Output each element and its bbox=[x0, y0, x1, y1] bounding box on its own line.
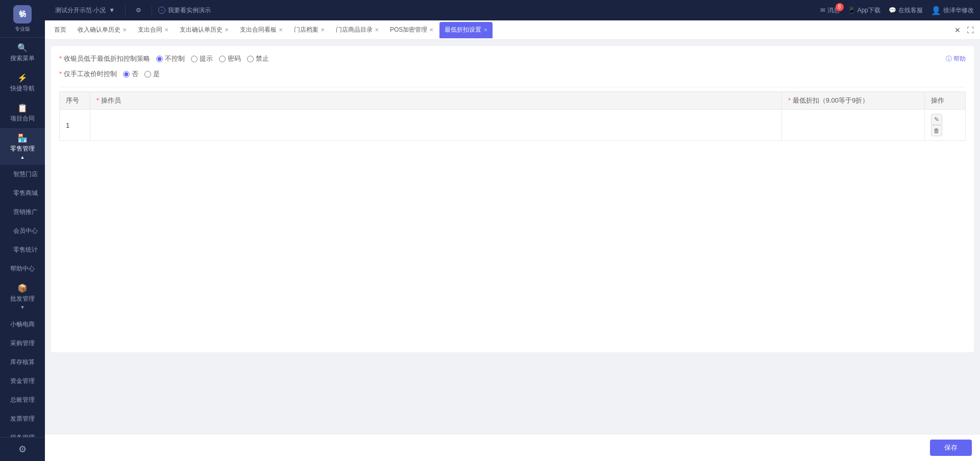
tab-close-icon[interactable]: ✕ bbox=[164, 27, 168, 33]
tab-close-icon[interactable]: ✕ bbox=[321, 27, 325, 33]
table-cell-operator bbox=[90, 110, 782, 141]
tab-min-discount[interactable]: 最低折扣设置 ✕ bbox=[439, 22, 493, 38]
online-service-icon: 💬 bbox=[889, 7, 896, 14]
sidebar-item-marketing[interactable]: 营销推广 bbox=[0, 203, 45, 222]
manual-price-no[interactable]: 否 bbox=[123, 69, 138, 79]
sidebar-item-account-mgmt[interactable]: 总账管理 bbox=[0, 391, 45, 409]
manual-price-yes-label: 是 bbox=[153, 69, 160, 79]
sidebar-item-label: 零售统计 bbox=[13, 246, 38, 254]
settings-button[interactable]: ⚙ bbox=[132, 5, 145, 16]
section-divider bbox=[59, 87, 966, 87]
tab-close-icon[interactable]: ✕ bbox=[225, 27, 229, 33]
strategy-forbid-radio[interactable] bbox=[247, 56, 254, 62]
sidebar-item-help-center[interactable]: 帮助中心 bbox=[0, 259, 45, 278]
sidebar-item-quick-nav[interactable]: ⚡ 快捷导航 bbox=[0, 68, 45, 98]
tab-income-confirm[interactable]: 收入确认单历史 ✕ bbox=[72, 22, 132, 38]
sidebar-item-label: 会员中心 bbox=[13, 227, 38, 235]
strategy-no-control-radio[interactable] bbox=[156, 56, 163, 62]
strategy-no-control[interactable]: 不控制 bbox=[156, 54, 185, 63]
strategy-password[interactable]: 密码 bbox=[219, 54, 241, 63]
logo-text: 专业版 bbox=[15, 26, 30, 32]
manual-price-yes[interactable]: 是 bbox=[144, 69, 160, 79]
sidebar-item-retail-stats[interactable]: 零售统计 bbox=[0, 240, 45, 259]
form-section: 收银员低于最低折扣控制策略 不控制 提示 密码 bbox=[59, 54, 966, 79]
row-delete-button[interactable]: 🗑 bbox=[931, 125, 942, 136]
tab-payment-confirm[interactable]: 支出确认单历史 ✕ bbox=[175, 22, 234, 38]
sidebar-item-inventory[interactable]: 库存核算 bbox=[0, 353, 45, 372]
save-button[interactable]: 保存 bbox=[930, 440, 972, 456]
sidebar-item-label: 零售管理 bbox=[10, 144, 35, 153]
sidebar-item-label: 批发管理 bbox=[10, 295, 35, 303]
sidebar-item-label: 快捷导航 bbox=[10, 84, 35, 93]
strategy-prompt-label: 提示 bbox=[200, 54, 213, 63]
app-download-icon: 📱 bbox=[848, 7, 855, 14]
tab-close-icon[interactable]: ✕ bbox=[279, 27, 283, 33]
sidebar-item-retail-mgmt[interactable]: 🏪 零售管理 ▲ bbox=[0, 128, 45, 165]
expand-icon: ▼ bbox=[20, 305, 25, 310]
tab-label: 收入确认单历史 bbox=[78, 26, 120, 34]
sidebar-item-search-menu[interactable]: 🔍 搜索菜单 bbox=[0, 38, 45, 68]
topbar: 测试分开示范·小况 ▼ ⚙ ○ 我要看实例演示 ✉ 消息 8 📱 App下载 bbox=[45, 0, 980, 20]
help-link[interactable]: ⓘ 帮助 bbox=[946, 55, 966, 63]
col-seq-header: 序号 bbox=[60, 92, 90, 110]
tab-close-icon[interactable]: ✕ bbox=[429, 27, 433, 33]
tab-label: 支出合同 bbox=[138, 26, 162, 34]
strategy-no-control-label: 不控制 bbox=[165, 54, 185, 63]
strategy-row: 收银员低于最低折扣控制策略 不控制 提示 密码 bbox=[59, 54, 966, 63]
tab-home[interactable]: 首页 bbox=[49, 22, 71, 38]
strategy-forbid[interactable]: 禁止 bbox=[247, 54, 269, 63]
project-name: 测试分开示范·小况 bbox=[55, 6, 106, 15]
tab-pos-password[interactable]: POS加密管理 ✕ bbox=[385, 22, 438, 38]
sidebar-item-label: 营销推广 bbox=[13, 208, 38, 216]
strategy-prompt[interactable]: 提示 bbox=[191, 54, 213, 63]
demo-button[interactable]: ○ 我要看实例演示 bbox=[158, 6, 211, 15]
tab-close-icon[interactable]: ✕ bbox=[375, 27, 379, 33]
strategy-forbid-label: 禁止 bbox=[256, 54, 269, 63]
manual-price-row: 仅手工改价时控制 否 是 bbox=[59, 69, 966, 79]
manual-price-yes-radio[interactable] bbox=[144, 71, 151, 78]
tab-label: 门店档案 bbox=[294, 26, 318, 34]
tab-store-archive[interactable]: 门店档案 ✕ bbox=[289, 22, 330, 38]
col-operator-header: * 操作员 bbox=[90, 92, 782, 110]
settings-icon[interactable]: ⚙ bbox=[18, 444, 27, 455]
sidebar-item-purchase-mgmt[interactable]: 采购管理 bbox=[0, 334, 45, 353]
app-download-button[interactable]: 📱 App下载 bbox=[848, 6, 880, 15]
tab-payment-contract[interactable]: 支出合同 ✕ bbox=[133, 22, 174, 38]
tab-label: 支出确认单历史 bbox=[180, 26, 223, 34]
tab-label: 门店商品目录 bbox=[336, 26, 373, 34]
sidebar-item-wholesale-mgmt[interactable]: 📦 批发管理 ▼ bbox=[0, 278, 45, 315]
strategy-password-label: 密码 bbox=[228, 54, 241, 63]
manual-price-no-radio[interactable] bbox=[123, 71, 130, 78]
tab-close-all-button[interactable]: ✕ bbox=[952, 26, 963, 34]
user-profile[interactable]: 👤 徐泽华修改 bbox=[931, 6, 974, 15]
sidebar-item-retail-mall[interactable]: 零售商城 bbox=[0, 184, 45, 203]
strategy-prompt-radio[interactable] bbox=[191, 56, 198, 62]
sidebar-item-smart-store[interactable]: 智慧门店 bbox=[0, 165, 45, 184]
sidebar-item-ecommerce[interactable]: 小畅电商 bbox=[0, 315, 45, 334]
tab-close-icon[interactable]: ✕ bbox=[122, 27, 127, 33]
sidebar-item-label: 搜索菜单 bbox=[10, 54, 35, 63]
tab-payment-board[interactable]: 支出合同看板 ✕ bbox=[235, 22, 288, 38]
sidebar-item-invoice-mgmt[interactable]: 发票管理 bbox=[0, 409, 45, 428]
tab-close-icon[interactable]: ✕ bbox=[483, 27, 487, 33]
table-row: 1 ✎ 🗑 bbox=[60, 110, 966, 141]
help-circle-icon: ⓘ bbox=[946, 55, 952, 63]
sidebar-item-tax-mgmt[interactable]: 税务管理 bbox=[0, 428, 45, 437]
project-selector[interactable]: 测试分开示范·小况 ▼ bbox=[51, 4, 119, 17]
tab-label: 首页 bbox=[54, 26, 66, 34]
sidebar-item-member-center[interactable]: 会员中心 bbox=[0, 222, 45, 240]
app-download-label: App下载 bbox=[857, 6, 880, 15]
sidebar-item-fund-mgmt[interactable]: 资金管理 bbox=[0, 372, 45, 391]
message-button[interactable]: ✉ 消息 8 bbox=[820, 6, 840, 15]
tabs-end-controls: ✕ ⛶ bbox=[952, 26, 976, 34]
footer-bar: 保存 bbox=[45, 434, 980, 461]
message-badge: 8 bbox=[836, 3, 844, 11]
row-edit-button[interactable]: ✎ bbox=[931, 114, 942, 125]
col-discount-header: * 最低折扣（9.00等于9折） bbox=[782, 92, 925, 110]
online-service-button[interactable]: 💬 在线客服 bbox=[889, 6, 923, 15]
sidebar-item-project-contract[interactable]: 📋 项目合同 bbox=[0, 98, 45, 128]
strategy-password-radio[interactable] bbox=[219, 56, 226, 62]
sidebar-item-label: 智慧门店 bbox=[13, 170, 38, 179]
tab-store-product[interactable]: 门店商品目录 ✕ bbox=[331, 22, 384, 38]
tab-expand-button[interactable]: ⛶ bbox=[965, 26, 976, 34]
